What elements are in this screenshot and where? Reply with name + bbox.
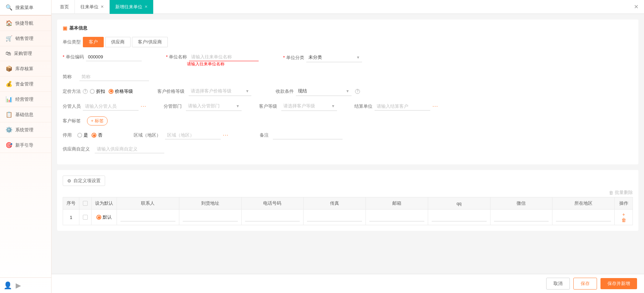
remark-input[interactable] [273, 131, 343, 139]
pricing-level-radio[interactable]: 价格等级 [109, 88, 133, 95]
sidebar-item-guide[interactable]: 🎯 新手引导 [0, 138, 51, 153]
home-icon: 🏠 [6, 20, 13, 26]
row-delete-btn[interactable]: 🗑 [621, 217, 626, 223]
customer-level-arrow: ▼ [331, 104, 335, 108]
tab-partners[interactable]: 往来单位 ✕ [75, 0, 110, 14]
sidebar-item-quick-nav[interactable]: 🏠 快捷导航 [0, 16, 51, 31]
unit-code-row: 单位编码 单位名称 请输入往来单位名称 单位分类 未分类 ▼ [63, 53, 633, 67]
basic-info-section: ▣ 基本信息 单位类型 客户 供应商 客户/供应商 单位编码 [57, 19, 638, 164]
select-all-checkbox[interactable] [83, 201, 88, 206]
row-checkbox-cell[interactable] [79, 210, 92, 225]
department-label: 分管部门 [164, 103, 182, 109]
form-content: ▣ 基本信息 单位类型 客户 供应商 客户/供应商 单位编码 [52, 14, 644, 274]
department-select[interactable]: 请输入分管部门 ▼ [186, 101, 242, 111]
sidebar-item-search[interactable]: 🔍 搜索菜单 [0, 0, 51, 16]
row-address-input[interactable] [183, 213, 238, 221]
manager-input[interactable] [83, 102, 139, 111]
section-title: ▣ 基本信息 [63, 25, 633, 31]
sidebar-item-purchase[interactable]: 🛍 采购管理 [0, 46, 51, 61]
pricing-method-field: 定价方法 ? 折扣 价格等级 [63, 88, 133, 95]
inventory-icon: 📦 [6, 65, 13, 72]
sidebar-item-inventory[interactable]: 📦 库存核算 [0, 61, 51, 76]
unit-type-both-btn[interactable]: 客户/供应商 [132, 37, 168, 47]
tab-new-partner[interactable]: 新增往来单位 ✕ [110, 0, 154, 14]
row-contact-cell[interactable] [117, 210, 179, 225]
payment-terms-label: 收款条件 [276, 88, 294, 95]
close-all-tabs[interactable]: ✕ [631, 3, 641, 10]
pricing-help-icon[interactable]: ? [83, 89, 88, 94]
short-name-input[interactable] [79, 73, 149, 81]
row-qq-cell[interactable] [428, 210, 490, 225]
settlement-unit-input[interactable] [375, 102, 430, 111]
disabled-yes-radio[interactable]: 是 [77, 132, 88, 138]
unit-type-supplier-btn[interactable]: 供应商 [105, 37, 131, 47]
row-default-radio[interactable]: 默认 [95, 214, 113, 220]
row-region-cell[interactable] [552, 210, 615, 225]
save-new-button[interactable]: 保存并新增 [600, 278, 637, 289]
supplier-custom-input[interactable] [95, 145, 164, 153]
pricing-discount-radio[interactable]: 折扣 [90, 88, 105, 95]
add-tag-button[interactable]: + 标签 [87, 116, 108, 125]
finance-icon: 💰 [6, 81, 13, 87]
manager-label: 分管人员 [63, 103, 81, 109]
customer-price-level-label: 客户价格等级 [157, 88, 184, 95]
unit-code-input[interactable] [86, 53, 142, 61]
tab-bar: 首页 往来单位 ✕ 新增往来单位 ✕ ✕ [52, 0, 644, 14]
unit-type-field: 单位类型 客户 供应商 客户/供应商 [63, 37, 168, 47]
close-partners-tab[interactable]: ✕ [101, 5, 104, 9]
payment-help-icon[interactable]: ? [355, 89, 360, 94]
search-icon: 🔍 [6, 4, 13, 11]
row-email-cell[interactable] [366, 210, 428, 225]
row-address-cell[interactable] [179, 210, 241, 225]
sidebar-item-finance[interactable]: 💰 资金管理 [0, 76, 51, 92]
row-contact-input[interactable] [120, 213, 175, 221]
row-fax-cell[interactable] [304, 210, 366, 225]
unit-category-select[interactable]: 未分类 ▼ [306, 53, 362, 62]
row-fax-input[interactable] [307, 213, 362, 221]
row-weixin-input[interactable] [494, 213, 549, 221]
settlement-more-btn[interactable]: ··· [432, 103, 438, 109]
sidebar-item-operations[interactable]: 📊 经营管理 [0, 92, 51, 107]
disabled-no-radio[interactable]: 否 [92, 132, 102, 138]
row-email-input[interactable] [369, 213, 424, 221]
sidebar-expand-icon[interactable]: ▶ [16, 281, 21, 290]
sidebar-user-icon[interactable]: 👤 [3, 281, 12, 290]
remark-field: 备注 [260, 131, 343, 139]
col-checkbox [79, 197, 92, 210]
row-phone-input[interactable] [245, 213, 300, 221]
sidebar-item-system[interactable]: ⚙️ 系统管理 [0, 122, 51, 138]
short-name-label: 简称 [63, 74, 72, 80]
payment-terms-select[interactable]: 现结 ▼ [296, 87, 352, 96]
pricing-row: 定价方法 ? 折扣 价格等级 客户价格等级 [63, 87, 633, 96]
row-add-btn[interactable]: + [622, 212, 625, 217]
customer-price-level-select[interactable]: 请选择客户价格等级 ▼ [189, 87, 251, 96]
custom-settings-button[interactable]: ⚙ 自定义项设置 [63, 176, 105, 186]
table-row: 1 默认 [63, 210, 633, 225]
pricing-radio-group: 折扣 价格等级 [90, 88, 133, 95]
batch-delete-area[interactable]: 🗑 批量删除 [63, 189, 633, 196]
close-new-partner-tab[interactable]: ✕ [144, 5, 148, 9]
row-checkbox[interactable] [83, 215, 88, 220]
region-input[interactable] [165, 131, 221, 139]
operations-icon: 📊 [6, 96, 13, 103]
disabled-field: 停用 是 否 [63, 132, 102, 138]
row-weixin-cell[interactable] [490, 210, 552, 225]
tab-home[interactable]: 首页 [54, 0, 75, 14]
row-phone-cell[interactable] [241, 210, 304, 225]
row-default-cell: 默认 [92, 210, 117, 225]
contact-table: 序号 设为默认 联系人 到货地址 电话号码 传真 邮箱 qq 微信 所在地区 操… [63, 197, 633, 225]
save-button[interactable]: 保存 [573, 278, 597, 290]
short-name-row: 简称 [63, 73, 633, 81]
row-region-input[interactable] [556, 213, 611, 221]
cancel-button[interactable]: 取消 [546, 278, 570, 290]
manager-more-btn[interactable]: ··· [141, 103, 146, 109]
customer-level-select[interactable]: 请选择客户等级 ▼ [281, 101, 337, 111]
col-fax: 传真 [304, 197, 366, 210]
row-qq-input[interactable] [432, 213, 487, 221]
sidebar-item-basic[interactable]: 📋 基础信息 [0, 107, 51, 122]
unit-type-customer-btn[interactable]: 客户 [83, 37, 104, 47]
unit-name-input[interactable] [189, 53, 259, 61]
region-more-btn[interactable]: ··· [223, 132, 228, 138]
manager-row: 分管人员 ··· 分管部门 请输入分管部门 ▼ 客户等级 请选择客户等级 ▼ [63, 101, 633, 111]
sidebar-item-sales[interactable]: 🛒 销售管理 [0, 31, 51, 46]
